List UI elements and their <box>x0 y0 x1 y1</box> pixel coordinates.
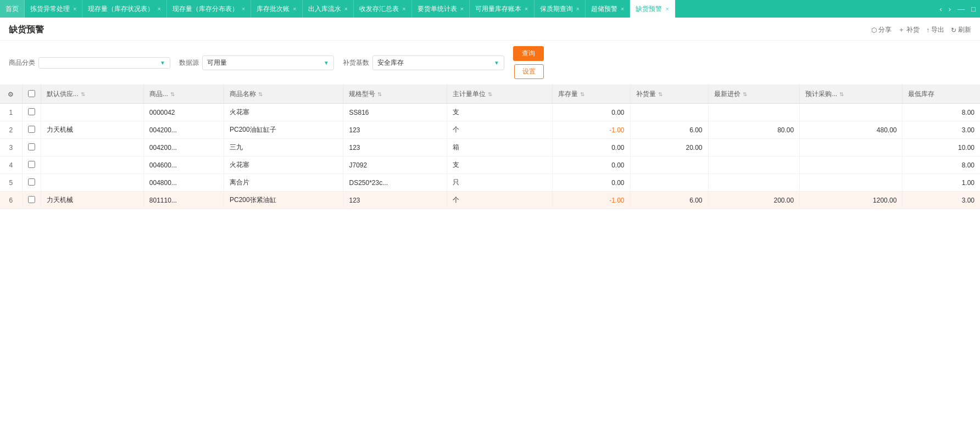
row-spec-6: 123 <box>343 192 447 209</box>
row-num-3: 3 <box>0 139 22 156</box>
tab-navigation: ‹ › — □ <box>936 4 980 14</box>
page-container: 缺货预警 ⬡ 分享 ＋ 补货 ↑ 导出 ↻ 刷新 商品分类 <box>0 18 980 437</box>
tab-close-3[interactable]: × <box>242 5 245 12</box>
row-checkbox-4[interactable] <box>22 156 41 174</box>
row-select-checkbox-4[interactable] <box>28 161 35 168</box>
col-supplier-sort-icon[interactable]: ⇅ <box>81 91 85 97</box>
row-num-6: 6 <box>0 192 22 209</box>
tab-close-11[interactable]: × <box>665 5 669 12</box>
row-checkbox-5[interactable] <box>22 174 41 192</box>
row-replenish-qty-1 <box>630 104 708 121</box>
filter-datasource-group: 数据源 可用量 ▼ <box>179 55 334 70</box>
row-replenish-qty-4 <box>630 156 708 174</box>
tab-close-10[interactable]: × <box>621 5 624 12</box>
tab-scroll-right[interactable]: › <box>945 4 954 14</box>
export-icon: ↑ <box>926 26 929 34</box>
shortage-table: ⚙ 默认供应... ⇅ 商品... ⇅ <box>0 85 980 209</box>
col-product-name-sort-icon[interactable]: ⇅ <box>258 91 263 97</box>
tab-inout-flow[interactable]: 出入库流水 × <box>303 0 354 18</box>
row-replenish-qty-3: 20.00 <box>630 139 708 156</box>
filter-category-chevron-icon: ▼ <box>160 60 165 66</box>
tab-inventory-dist[interactable]: 现存量（库存分布表） × <box>167 0 251 18</box>
tab-scroll-left[interactable]: ‹ <box>936 4 945 14</box>
row-select-checkbox-6[interactable] <box>28 196 35 203</box>
export-button[interactable]: ↑ 导出 <box>926 25 944 35</box>
row-unit-3: 箱 <box>447 139 552 156</box>
row-select-checkbox-5[interactable] <box>28 178 35 186</box>
row-unit-2: 个 <box>447 121 552 139</box>
tab-minimize[interactable]: — <box>954 4 968 14</box>
query-button[interactable]: 查询 <box>513 46 544 61</box>
tab-close-4[interactable]: × <box>293 5 296 12</box>
table-row: 5 004800... 离合片 DS250*23c... 只 0.00 1.00 <box>0 174 980 192</box>
select-all-checkbox[interactable] <box>28 90 35 97</box>
tab-close-2[interactable]: × <box>157 5 160 12</box>
refresh-button[interactable]: ↻ 刷新 <box>951 25 971 35</box>
col-estimated-purchase-label: 预计采购... <box>805 89 837 99</box>
col-product-code-label: 商品... <box>149 89 168 99</box>
row-min-stock-1: 8.00 <box>903 104 980 121</box>
tab-expiry-query[interactable]: 保质期查询 × <box>534 0 586 18</box>
col-latest-price-sort-icon[interactable]: ⇅ <box>743 91 747 97</box>
row-select-checkbox-2[interactable] <box>28 126 35 133</box>
tab-home[interactable]: 首页 <box>0 0 25 18</box>
settings-button[interactable]: 设置 <box>514 64 544 79</box>
row-product-code-4: 004600... <box>143 156 224 174</box>
row-select-checkbox-3[interactable] <box>28 143 35 150</box>
filter-category-select[interactable]: ▼ <box>38 57 170 69</box>
tab-maximize[interactable]: □ <box>968 4 979 14</box>
row-select-checkbox-1[interactable] <box>28 108 35 115</box>
row-product-name-3: 三九 <box>224 139 343 156</box>
col-product-name: 商品名称 ⇅ <box>224 85 343 104</box>
row-checkbox-2[interactable] <box>22 121 41 139</box>
col-supplier-label: 默认供应... <box>47 89 79 99</box>
tab-close-7[interactable]: × <box>460 5 464 12</box>
row-checkbox-3[interactable] <box>22 139 41 156</box>
share-button[interactable]: ⬡ 分享 <box>871 25 892 35</box>
tab-available-ledger[interactable]: 可用量库存账本 × <box>470 0 534 18</box>
tab-close-8[interactable]: × <box>525 5 528 12</box>
tab-inventory-status[interactable]: 现存量（库存状况表） × <box>82 0 166 18</box>
col-product-code-sort-icon[interactable]: ⇅ <box>170 91 175 97</box>
share-icon: ⬡ <box>871 26 877 34</box>
row-spec-1: SS816 <box>343 104 447 121</box>
tab-close-1[interactable]: × <box>73 5 76 12</box>
filter-replenish-base-select[interactable]: 安全库存 ▼ <box>372 55 504 70</box>
row-num-1: 1 <box>0 104 22 121</box>
tab-close-5[interactable]: × <box>344 5 348 12</box>
filter-replenish-base-value: 安全库存 <box>377 58 404 68</box>
row-estimated-purchase-1 <box>800 104 903 121</box>
row-stock-5: 0.00 <box>552 174 630 192</box>
row-product-code-2: 004200... <box>143 121 224 139</box>
tab-overstock-warning[interactable]: 超储预警 × <box>586 0 630 18</box>
row-latest-price-3 <box>708 139 800 156</box>
col-stock-sort-icon[interactable]: ⇅ <box>580 91 584 97</box>
col-supplier: 默认供应... ⇅ <box>41 85 143 104</box>
tab-order-stats[interactable]: 要货单统计表 × <box>412 0 470 18</box>
row-stock-3: 0.00 <box>552 139 630 156</box>
col-latest-price-label: 最新进价 <box>714 89 740 99</box>
row-checkbox-1[interactable] <box>22 104 41 121</box>
tab-close-6[interactable]: × <box>402 5 405 12</box>
tab-summary[interactable]: 收发存汇总表 × <box>354 0 411 18</box>
col-estimated-purchase-sort-icon[interactable]: ⇅ <box>839 91 844 97</box>
replenish-button[interactable]: ＋ 补货 <box>898 25 920 35</box>
row-supplier-3 <box>41 139 143 156</box>
tab-shortage-warning[interactable]: 缺货预警 × <box>630 0 675 18</box>
row-product-code-3: 004200... <box>143 139 224 156</box>
row-checkbox-6[interactable] <box>22 192 41 209</box>
filter-datasource-select[interactable]: 可用量 ▼ <box>202 55 334 70</box>
col-replenish-qty-sort-icon[interactable]: ⇅ <box>658 91 662 97</box>
col-product-code: 商品... ⇅ <box>143 85 224 104</box>
tab-close-9[interactable]: × <box>576 5 580 12</box>
tab-picking-exception[interactable]: 拣货异常处理 × <box>25 0 82 18</box>
col-unit-sort-icon[interactable]: ⇅ <box>488 91 492 97</box>
tab-batch-account[interactable]: 库存批次账 × <box>251 0 302 18</box>
col-replenish-qty: 补货量 ⇅ <box>630 85 708 104</box>
col-spec-sort-icon[interactable]: ⇅ <box>377 91 382 97</box>
col-latest-price: 最新进价 ⇅ <box>708 85 800 104</box>
row-product-name-6: PC200张紧油缸 <box>224 192 343 209</box>
gear-icon[interactable]: ⚙ <box>8 91 14 98</box>
table-row: 1 0000042 火花塞 SS816 支 0.00 8.00 <box>0 104 980 121</box>
row-num-2: 2 <box>0 121 22 139</box>
